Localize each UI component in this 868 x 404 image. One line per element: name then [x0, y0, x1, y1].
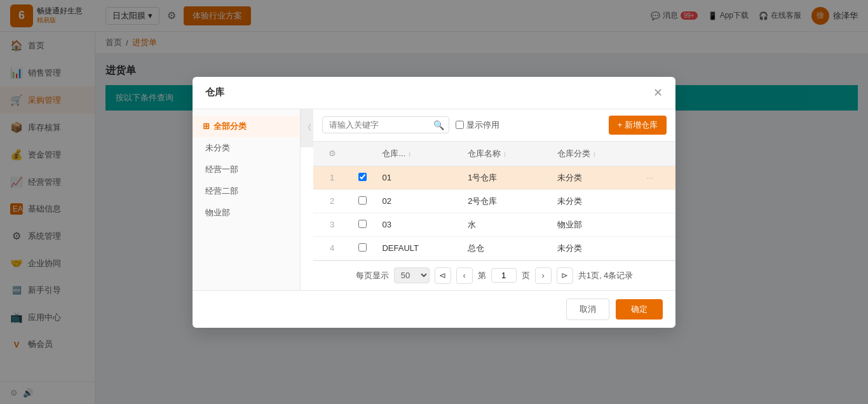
page-suffix: 页 — [522, 270, 530, 281]
th-name[interactable]: 仓库名称 — [460, 142, 550, 166]
table-body: 1 01 1号仓库 未分类 ··· 2 02 2号仓库 未分类 3 03 水 物… — [313, 166, 675, 260]
search-input[interactable] — [322, 116, 449, 133]
next-page-button[interactable]: › — [535, 267, 552, 284]
row-code: 01 — [374, 166, 460, 189]
th-code[interactable]: 仓库... — [374, 142, 460, 166]
category-item-property[interactable]: 物业部 — [193, 202, 300, 224]
pagination: 每页显示 50 10 20 100 ⊲ ‹ 第 页 › ⊳ 共1页, 4条记录 — [313, 260, 675, 290]
warehouse-table-wrap: ⚙ 仓库... 仓库名称 仓库分类 — [313, 142, 675, 260]
prev-page-button[interactable]: ‹ — [456, 267, 473, 284]
category-item-ops2[interactable]: 经营二部 — [193, 180, 300, 202]
warehouse-modal: 仓库 ✕ ⊞ 全部分类 未分类 经营一部 经营二部 — [193, 77, 675, 328]
category-panel: ⊞ 全部分类 未分类 经营一部 经营二部 物业部 — [193, 109, 301, 290]
cancel-button[interactable]: 取消 — [566, 299, 609, 320]
modal-title: 仓库 — [205, 86, 224, 98]
chevron-left-icon: 《 — [304, 123, 311, 133]
row-num: 1 — [313, 166, 351, 189]
row-name: 总仓 — [460, 236, 550, 260]
cat-ops1-label: 经营一部 — [205, 165, 238, 174]
row-checkbox-cell — [351, 189, 374, 213]
page-input[interactable] — [491, 268, 517, 283]
per-page-label: 每页显示 — [356, 270, 389, 281]
table-row[interactable]: 4 DEFAULT 总仓 未分类 — [313, 236, 675, 260]
modal-body: ⊞ 全部分类 未分类 经营一部 经营二部 物业部 《 — [193, 109, 675, 290]
row-name: 水 — [460, 213, 550, 236]
row-category: 未分类 — [550, 236, 639, 260]
pagination-summary: 共1页, 4条记录 — [578, 270, 634, 281]
th-category[interactable]: 仓库分类 — [550, 142, 639, 166]
row-category: 未分类 — [550, 166, 639, 189]
row-name: 1号仓库 — [460, 166, 550, 189]
th-gear: ⚙ — [313, 142, 351, 166]
row-actions[interactable] — [639, 236, 675, 260]
page-label: 第 — [478, 270, 486, 281]
row-checkbox[interactable] — [358, 173, 367, 181]
search-icon[interactable]: 🔍 — [433, 120, 444, 130]
category-item-unclassified[interactable]: 未分类 — [193, 137, 300, 159]
row-code: DEFAULT — [374, 236, 460, 260]
last-page-button[interactable]: ⊳ — [557, 267, 573, 284]
row-checkbox-cell — [351, 236, 374, 260]
table-row[interactable]: 1 01 1号仓库 未分类 ··· — [313, 166, 675, 189]
show-disabled-checkbox[interactable] — [456, 121, 464, 129]
table-row[interactable]: 2 02 2号仓库 未分类 — [313, 189, 675, 213]
modal-header: 仓库 ✕ — [193, 77, 675, 109]
category-all-label: 全部分类 — [214, 121, 247, 132]
row-num: 2 — [313, 189, 351, 213]
show-disabled-label: 显示停用 — [456, 119, 499, 131]
row-actions[interactable]: ··· — [639, 166, 675, 189]
th-checkbox — [351, 142, 374, 166]
search-input-wrap: 🔍 — [322, 116, 449, 133]
category-all[interactable]: ⊞ 全部分类 — [193, 116, 300, 137]
grid-icon: ⊞ — [203, 121, 210, 131]
row-actions[interactable] — [639, 213, 675, 236]
th-actions — [639, 142, 675, 166]
row-checkbox[interactable] — [358, 196, 367, 205]
per-page-select[interactable]: 50 10 20 100 — [394, 267, 430, 283]
row-code: 02 — [374, 189, 460, 213]
confirm-button[interactable]: 确定 — [616, 299, 663, 320]
row-category: 物业部 — [550, 213, 639, 236]
modal-close-button[interactable]: ✕ — [653, 86, 663, 100]
right-panel: 🔍 显示停用 + 新增仓库 ⚙ — [313, 109, 675, 290]
search-bar: 🔍 显示停用 + 新增仓库 — [313, 109, 675, 142]
cat-unclassified-label: 未分类 — [205, 143, 230, 152]
row-checkbox[interactable] — [358, 220, 367, 228]
cat-ops2-label: 经营二部 — [205, 186, 238, 196]
row-actions[interactable] — [639, 189, 675, 213]
row-num: 3 — [313, 213, 351, 236]
table-header: ⚙ 仓库... 仓库名称 仓库分类 — [313, 142, 675, 166]
modal-footer: 取消 确定 — [193, 290, 675, 328]
row-checkbox-cell — [351, 213, 374, 236]
warehouse-table: ⚙ 仓库... 仓库名称 仓库分类 — [313, 142, 675, 260]
cat-property-label: 物业部 — [205, 208, 230, 217]
row-category: 未分类 — [550, 189, 639, 213]
row-checkbox[interactable] — [358, 243, 367, 252]
category-item-ops1[interactable]: 经营一部 — [193, 159, 300, 180]
show-disabled-text: 显示停用 — [466, 119, 499, 131]
row-num: 4 — [313, 236, 351, 260]
row-code: 03 — [374, 213, 460, 236]
collapse-panel-button[interactable]: 《 — [301, 109, 313, 147]
table-row[interactable]: 3 03 水 物业部 — [313, 213, 675, 236]
first-page-button[interactable]: ⊲ — [435, 267, 451, 284]
row-name: 2号仓库 — [460, 189, 550, 213]
add-warehouse-button[interactable]: + 新增仓库 — [609, 116, 667, 135]
modal-overlay: 仓库 ✕ ⊞ 全部分类 未分类 经营一部 经营二部 — [0, 0, 868, 404]
row-checkbox-cell — [351, 166, 374, 189]
